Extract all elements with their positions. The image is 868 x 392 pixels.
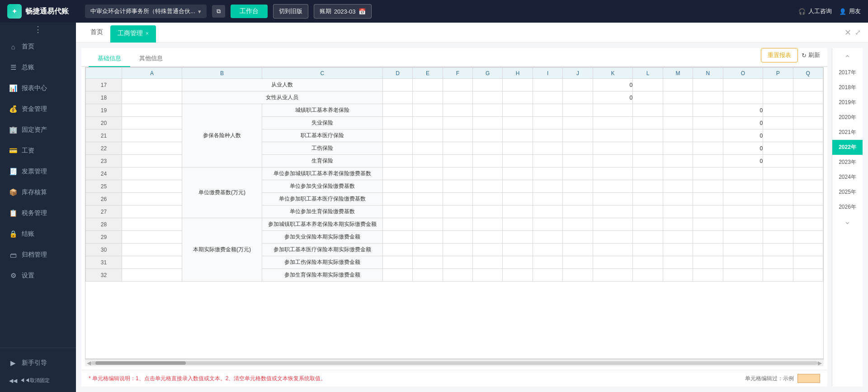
switch-version-button[interactable]: 切到旧版 [273,4,308,19]
cell-21-G[interactable] [473,129,503,142]
cell-17-I[interactable] [533,79,562,91]
cell-30-M[interactable] [663,244,693,256]
cell-30-F[interactable] [443,244,472,256]
cell-30-J[interactable] [563,244,593,256]
cell-22-K[interactable] [593,142,633,155]
cell-21-E[interactable] [413,129,443,142]
h-scroll-thumb[interactable] [95,361,186,365]
cell-27-H[interactable] [503,206,533,218]
year-item-2018[interactable]: 2018年 [832,80,863,95]
cell-21-A[interactable] [122,129,182,142]
cell-20-D[interactable] [382,117,412,129]
cell-17-K[interactable]: 0 [593,79,633,91]
cell-17-O[interactable] [723,79,763,91]
company-selector[interactable]: 中审众环会计师事务所（特殊普通合伙... ▾ [85,5,207,18]
cell-19-O[interactable]: 0 [723,104,763,117]
cell-25-H[interactable] [503,180,533,193]
cell-19-M[interactable] [663,104,693,117]
cell-29-H[interactable] [503,231,533,244]
cell-18-L[interactable] [633,91,663,104]
cell-23-A[interactable] [122,155,182,167]
cell-17-J[interactable] [563,79,593,91]
cell-32-F[interactable] [443,269,472,282]
cell-29-Q[interactable] [793,231,823,244]
cell-19-F[interactable] [443,104,472,117]
cell-32-J[interactable] [563,269,593,282]
year-item-2017[interactable]: 2017年 [832,65,863,80]
tab-home[interactable]: 首页 [83,23,110,43]
cell-26-P[interactable] [763,193,793,206]
cell-26-C[interactable]: 单位参加职工基本医疗保险缴费基数 [262,193,382,206]
cell-32-G[interactable] [473,269,503,282]
year-item-2020[interactable]: 2020年 [832,110,863,125]
cell-30-K[interactable] [593,244,633,256]
cell-31-I[interactable] [533,256,562,269]
cell-18-K[interactable]: 0 [593,91,633,104]
cell-23-E[interactable] [413,155,443,167]
cell-30-C[interactable]: 参加职工基本医疗保险本期实际缴费金额 [262,244,382,256]
cell-31-D[interactable] [382,256,412,269]
cell-30-E[interactable] [413,244,443,256]
cell-20-H[interactable] [503,117,533,129]
cell-17-B[interactable]: 从业人数 [182,79,382,91]
cell-21-P[interactable] [763,129,793,142]
cell-27-M[interactable] [663,206,693,218]
cell-25-J[interactable] [563,180,593,193]
cell-27-L[interactable] [633,206,663,218]
cell-28-L[interactable] [633,218,663,231]
cell-17-P[interactable] [763,79,793,91]
cell-28-Q[interactable] [793,218,823,231]
cell-25-K[interactable] [593,180,633,193]
year-item-2023[interactable]: 2023年 [832,155,863,170]
sidebar-item-inventory[interactable]: 📦 库存核算 [0,182,76,203]
cell-17-G[interactable] [473,79,503,91]
cell-22-D[interactable] [382,142,412,155]
cell-22-I[interactable] [533,142,562,155]
cell-20-L[interactable] [633,117,663,129]
unpin-button[interactable]: ◀◀ ◀◀取消固定 [0,373,76,387]
cell-19-B[interactable]: 参保各险种人数 [182,104,262,167]
cell-24-G[interactable] [473,167,503,180]
cell-32-N[interactable] [693,269,723,282]
cell-19-E[interactable] [413,104,443,117]
cell-27-E[interactable] [413,206,443,218]
cell-21-Q[interactable] [793,129,823,142]
cell-24-P[interactable] [763,167,793,180]
cell-21-C[interactable]: 职工基本医疗保险 [262,129,382,142]
sidebar-item-home[interactable]: ⌂ 首页 [0,36,76,57]
cell-31-K[interactable] [593,256,633,269]
cell-25-G[interactable] [473,180,503,193]
cell-27-J[interactable] [563,206,593,218]
sub-tab-other[interactable]: 其他信息 [130,51,172,67]
cell-26-J[interactable] [563,193,593,206]
h-scrollbar[interactable]: ◀ ▶ [85,359,824,366]
cell-31-N[interactable] [693,256,723,269]
cell-29-C[interactable]: 参加失业保险本期实际缴费金额 [262,231,382,244]
cell-22-N[interactable] [693,142,723,155]
cell-19-H[interactable] [503,104,533,117]
cell-29-I[interactable] [533,231,562,244]
cell-22-E[interactable] [413,142,443,155]
cell-28-D[interactable] [382,218,412,231]
cell-20-F[interactable] [443,117,472,129]
cell-20-C[interactable]: 失业保险 [262,117,382,129]
cell-29-G[interactable] [473,231,503,244]
year-nav-down[interactable]: ⌄ [842,215,853,228]
cell-31-L[interactable] [633,256,663,269]
cell-20-O[interactable]: 0 [723,117,763,129]
cell-24-M[interactable] [663,167,693,180]
cell-28-C[interactable]: 参加城镇职工基本养老保险本期实际缴费金额 [262,218,382,231]
cell-19-J[interactable] [563,104,593,117]
cell-25-O[interactable] [723,180,763,193]
cell-26-M[interactable] [663,193,693,206]
cell-24-H[interactable] [503,167,533,180]
cell-17-N[interactable] [693,79,723,91]
cell-18-I[interactable] [533,91,562,104]
cell-24-D[interactable] [382,167,412,180]
cell-21-O[interactable]: 0 [723,129,763,142]
cell-28-G[interactable] [473,218,503,231]
cell-17-A[interactable] [122,79,182,91]
scroll-left-icon[interactable]: ◀ [87,360,91,366]
cell-18-E[interactable] [413,91,443,104]
cell-30-I[interactable] [533,244,562,256]
